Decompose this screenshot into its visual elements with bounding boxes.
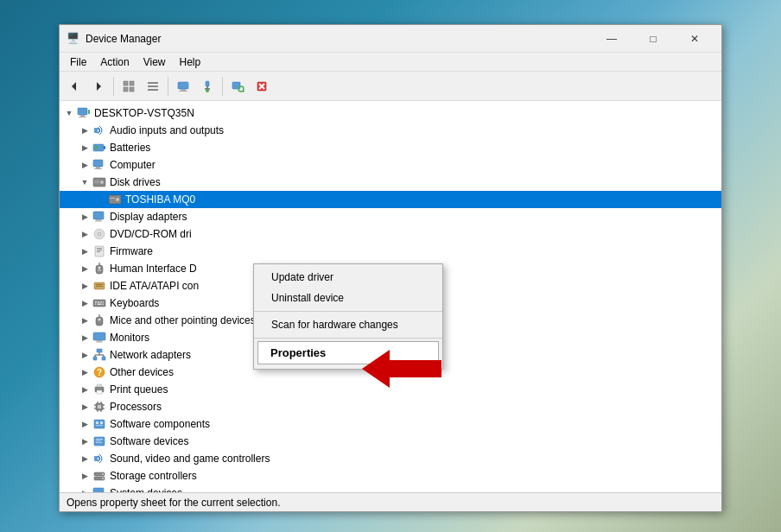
tree-item-softdev[interactable]: ▶ Software devices [60,433,721,450]
uninstall-device-toolbar-button[interactable] [251,75,273,98]
toolbar [60,72,721,101]
tree-item-toshiba[interactable]: TOSHIBA MQ0 [60,191,721,208]
label-firmware: Firmware [110,245,153,257]
expand-computer2[interactable]: ▶ [79,159,91,171]
tree-item-display[interactable]: ▶ Display adapters [60,208,721,225]
menu-file[interactable]: File [63,54,93,70]
update-driver-software-button[interactable] [196,75,219,98]
expand-print[interactable]: ▶ [79,383,91,396]
icon-display [92,210,106,224]
expand-sound[interactable]: ▶ [79,453,91,465]
expand-other[interactable]: ▶ [79,366,91,378]
expand-network[interactable]: ▶ [79,349,91,361]
label-mice: Mice and other pointing devices [110,314,256,326]
expand-toshiba [94,193,106,206]
tree-item-diskdrives[interactable]: ▼ Disk drives [60,174,721,191]
expand-keyboards[interactable]: ▶ [79,297,91,309]
expand-audio[interactable]: ▶ [79,124,91,136]
titlebar-buttons: — □ ✕ [592,26,714,52]
svg-rect-64 [103,304,105,306]
expand-hid[interactable]: ▶ [79,263,91,275]
label-network: Network adapters [110,349,191,361]
label-print: Print queues [110,383,168,396]
tree-item-storage[interactable]: ▶ Storage controllers [60,467,721,484]
label-computer: DESKTOP-VSTQ35N [94,107,194,119]
svg-point-45 [98,233,100,235]
tree-item-firmware[interactable]: ▶ Firmware [60,243,721,260]
expand-softdev[interactable]: ▶ [79,435,91,447]
ctx-sep-2 [254,338,442,339]
tree-item-system[interactable]: ▶ System devices [60,484,721,492]
expand-monitors[interactable]: ▶ [79,332,91,344]
svg-rect-69 [97,340,102,342]
expand-firmware[interactable]: ▶ [79,245,91,257]
svg-rect-42 [95,221,102,222]
forward-button[interactable] [87,75,110,98]
tree-item-print[interactable]: ▶ Print queues [60,381,721,398]
minimize-button[interactable]: — [592,26,632,52]
menubar: File Action View Help [60,53,721,72]
back-button[interactable] [63,75,86,98]
tree-item-processors[interactable]: ▶ Processors [60,398,721,415]
svg-rect-56 [96,286,103,287]
svg-rect-99 [96,439,103,440]
details-view-button[interactable] [142,75,164,98]
expand-processors[interactable]: ▶ [79,401,91,413]
svg-rect-9 [178,82,188,89]
svg-rect-70 [96,342,103,343]
tree-item-softcomp[interactable]: ▶ Software components [60,415,721,433]
expand-system[interactable]: ▶ [79,487,91,492]
svg-rect-7 [148,86,158,87]
menu-view[interactable]: View [137,54,173,70]
tree-item-dvd[interactable]: ▶ DVD/CD-ROM dri [60,225,721,243]
label-diskdrives: Disk drives [110,176,161,188]
label-display: Display adapters [110,211,187,223]
svg-rect-101 [96,442,102,443]
ctx-uninstall-device[interactable]: Uninstall device [254,288,442,308]
expand-batteries[interactable]: ▶ [79,142,91,154]
menu-action[interactable]: Action [93,54,136,70]
menu-help[interactable]: Help [173,54,208,70]
tree-item-computer[interactable]: ▼ DESKTOP-VSTQ35N [60,104,721,122]
ctx-update-driver[interactable]: Update driver [254,267,442,288]
svg-rect-63 [98,304,102,306]
tree-item-computer2[interactable]: ▶ Computer [60,156,721,174]
expand-softcomp[interactable]: ▶ [79,418,91,430]
expand-storage[interactable]: ▶ [79,470,91,482]
svg-rect-97 [96,425,103,426]
tree-item-batteries[interactable]: ▶ Batteries [60,139,721,156]
ctx-properties[interactable]: Properties [257,341,439,364]
close-button[interactable]: ✕ [675,26,714,52]
svg-rect-73 [102,357,105,360]
svg-text:?: ? [97,368,102,377]
icon-dvd [92,227,106,241]
svg-point-34 [100,180,104,184]
svg-rect-6 [148,82,158,84]
label-batteries: Batteries [110,142,150,154]
expand-computer[interactable]: ▼ [63,107,75,119]
expand-diskdrives[interactable]: ▼ [79,176,91,188]
show-connection-icon-button[interactable] [172,75,194,98]
scan-hardware-button[interactable] [226,75,249,98]
label-toshiba: TOSHIBA MQ0 [125,193,195,206]
expand-display[interactable]: ▶ [79,211,91,223]
expand-dvd[interactable]: ▶ [79,228,91,240]
device-tree[interactable]: ▼ DESKTOP-VSTQ35N ▶ [60,101,721,492]
maximize-button[interactable]: □ [633,26,673,52]
svg-rect-29 [95,146,98,149]
expand-mice[interactable]: ▶ [79,314,91,326]
tree-item-audio[interactable]: ▶ Audio inputs and outputs [60,122,721,139]
label-softdev: Software devices [110,435,188,447]
icon-diskdrives [92,175,106,189]
svg-rect-72 [93,357,97,360]
svg-rect-100 [96,440,101,441]
tree-item-sound[interactable]: ▶ Sound, video and game controllers [60,450,721,467]
properties-view-button[interactable] [117,75,140,98]
titlebar: 🖥️ Device Manager — □ ✕ [60,25,721,53]
icon-audio [92,124,106,137]
expand-ideata[interactable]: ▶ [79,280,91,292]
label-monitors: Monitors [110,332,149,344]
svg-rect-26 [94,128,98,133]
svg-rect-85 [98,405,101,408]
ctx-scan-hardware[interactable]: Scan for hardware changes [254,314,442,335]
